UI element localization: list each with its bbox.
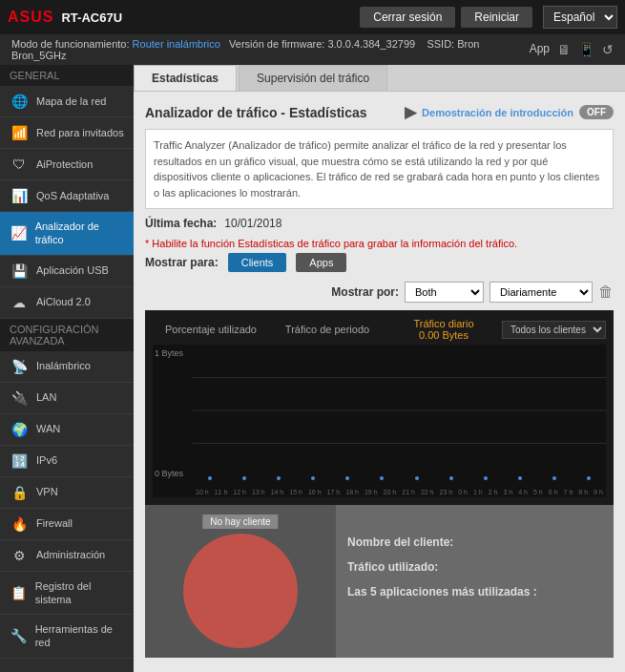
sidebar-item-guest-network[interactable]: 📶 Red para invitados — [0, 117, 134, 149]
no-client-label: No hay cliente — [202, 514, 278, 529]
usb-icon: 💾 — [10, 263, 29, 279]
sidebar-label-traffic-analyzer: Analizador de tráfico — [35, 220, 124, 247]
sidebar-label-ipv6: IPv6 — [36, 453, 57, 467]
delete-icon[interactable]: 🗑 — [598, 284, 614, 301]
info-bar-icons: App 🖥 📱 ↺ — [530, 42, 614, 57]
sidebar-item-usb-app[interactable]: 💾 Aplicación USB — [0, 256, 134, 287]
sidebar: General 🌐 Mapa de la red 📶 Red para invi… — [0, 65, 134, 672]
mobile-icon[interactable]: 📱 — [578, 42, 594, 57]
wireless-icon: 📡 — [10, 359, 29, 374]
chart-section: Porcentaje utilizado Tráfico de periodo … — [145, 310, 614, 505]
description-text: Traffic Analyzer (Analizador de tráfico)… — [145, 129, 614, 209]
clients-button[interactable]: Clients — [228, 253, 287, 272]
sidebar-item-qos[interactable]: 📊 QoS Adaptativa — [0, 180, 134, 212]
aiprotection-icon: 🛡 — [10, 157, 29, 172]
last-date-value: 10/01/2018 — [224, 217, 281, 230]
section-title-text: Analizador de tráfico - Estadísticas — [145, 105, 367, 120]
top-bar: ASUS RT-AC67U Cerrar sesión Reiniciar Es… — [0, 0, 625, 34]
main-layout: General 🌐 Mapa de la red 📶 Red para invi… — [0, 65, 625, 672]
controls-row: Mostrar para: Clients Apps Mostrar por: … — [145, 253, 614, 303]
section-title-row: Analizador de tráfico - Estadísticas ▶ D… — [145, 103, 614, 121]
sidebar-label-usb-app: Aplicación USB — [36, 263, 109, 277]
monitor-icon[interactable]: 🖥 — [557, 42, 571, 57]
sidebar-item-lan[interactable]: 🔌 LAN — [0, 383, 134, 414]
sidebar-label-network-map: Mapa de la red — [36, 94, 106, 108]
chart-x-labels: 10 h 11 h 12 h 13 h 14 h 15 h 16 h 17 h … — [193, 489, 606, 495]
traffic-icon: 📈 — [10, 225, 28, 241]
general-section-label: General — [0, 65, 134, 86]
sidebar-label-wan: WAN — [36, 422, 60, 435]
advanced-section-label: Configuración avanzada — [0, 319, 134, 351]
aicloud-icon: ☁ — [10, 295, 29, 310]
mode-link[interactable]: Router inalámbrico — [133, 38, 220, 50]
vpn-icon: 🔒 — [10, 485, 29, 500]
sidebar-label-admin: Administración — [36, 548, 105, 561]
play-icon: ▶ — [405, 103, 416, 121]
pie-container: No hay cliente — [145, 505, 336, 658]
sidebar-item-vpn[interactable]: 🔒 VPN — [0, 477, 134, 509]
mode-info: Modo de funcionamiento: Router inalámbri… — [11, 38, 530, 61]
sidebar-item-admin[interactable]: ⚙ Administración — [0, 540, 134, 572]
col-daily: Tráfico diario — [413, 318, 473, 329]
toggle-switch[interactable]: OFF — [579, 105, 614, 119]
sidebar-label-lan: LAN — [36, 390, 56, 404]
chart-body: 1 Bytes 0 Bytes 10 h 11 h 12 h 13 h — [153, 345, 606, 497]
lan-icon: 🔌 — [10, 390, 29, 406]
sidebar-item-wan[interactable]: 🌍 WAN — [0, 414, 134, 446]
sidebar-label-vpn: VPN — [36, 485, 58, 498]
sidebar-item-wireless[interactable]: 📡 Inalámbrico — [0, 351, 134, 383]
show-by-select[interactable]: Both Download Upload — [405, 282, 484, 303]
svg-point-3 — [183, 534, 298, 648]
language-select[interactable]: Español English — [543, 6, 617, 29]
app-icon[interactable]: App — [530, 42, 550, 57]
sidebar-label-wireless: Inalámbrico — [36, 359, 91, 372]
logout-button[interactable]: Cerrar sesión — [360, 7, 455, 28]
pie-chart-svg — [164, 514, 317, 648]
sidebar-label-firewall: Firewall — [36, 516, 73, 530]
sidebar-item-aicloud[interactable]: ☁ AiCloud 2.0 — [0, 287, 134, 319]
daily-value: 0.00 Bytes — [419, 329, 469, 341]
sidebar-item-traffic-analyzer[interactable]: 📈 Analizador de tráfico — [0, 212, 134, 256]
tab-bar: Estadísticas Supervisión del tráfico — [134, 65, 625, 92]
sidebar-label-network-tools: Herramientas de red — [35, 622, 124, 650]
warning-text[interactable]: * Habilite la función Estadísticas de tr… — [145, 238, 517, 249]
content-inner: Analizador de tráfico - Estadísticas ▶ D… — [134, 92, 625, 669]
asus-logo: ASUS — [8, 9, 53, 26]
apps-button[interactable]: Apps — [296, 253, 346, 272]
sidebar-item-ipv6[interactable]: 🔢 IPv6 — [0, 446, 134, 477]
refresh-icon[interactable]: ↺ — [602, 42, 614, 57]
col-percentage: Porcentaje utilizado — [153, 324, 269, 335]
traffic-used-label: Tráfico utilizado: — [347, 560, 602, 574]
sidebar-label-aiprotection: AiProtection — [36, 158, 93, 171]
info-bar: Modo de funcionamiento: Router inalámbri… — [0, 34, 625, 65]
sidebar-label-aicloud: AiCloud 2.0 — [36, 295, 91, 308]
sidebar-item-network-tools[interactable]: 🔧 Herramientas de red — [0, 615, 134, 659]
sidebar-label-syslog: Registro del sistema — [35, 579, 124, 607]
top5-label: Las 5 aplicaciones más utilizadas : — [347, 585, 602, 598]
show-for-label: Mostrar para: — [145, 256, 219, 269]
date-row: Última fecha: 10/01/2018 * Habilite la f… — [145, 217, 614, 249]
tab-estadisticas[interactable]: Estadísticas — [134, 65, 237, 91]
client-name-label: Nombre del cliente: — [347, 536, 602, 549]
sidebar-item-syslog[interactable]: 📋 Registro del sistema — [0, 572, 134, 616]
chart-dots — [193, 476, 606, 480]
last-date-label: Última fecha: — [145, 217, 217, 230]
sidebar-item-network-map[interactable]: 🌐 Mapa de la red — [0, 86, 134, 117]
chart-header: Porcentaje utilizado Tráfico de periodo … — [153, 318, 606, 341]
pie-section: No hay cliente Nombre del cliente: Tráfi… — [145, 505, 614, 658]
period-select[interactable]: Diariamente Semanalmente Mensualmente — [490, 282, 593, 303]
col-period: Tráfico de periodo — [269, 324, 385, 335]
sidebar-item-firewall[interactable]: 🔥 Firewall — [0, 509, 134, 540]
intro-demo-label[interactable]: Demostración de introducción — [422, 107, 573, 118]
client-select[interactable]: Todos los clientes — [502, 321, 606, 339]
restart-button[interactable]: Reiniciar — [461, 7, 532, 28]
tab-supervision[interactable]: Supervisión del tráfico — [239, 65, 387, 91]
sidebar-item-aiprotection[interactable]: 🛡 AiProtection — [0, 149, 134, 180]
sidebar-label-guest-network: Red para invitados — [36, 126, 124, 139]
qos-icon: 📊 — [10, 188, 29, 203]
sidebar-label-qos: QoS Adaptativa — [36, 189, 109, 202]
syslog-icon: 📋 — [10, 585, 28, 600]
content-area: Estadísticas Supervisión del tráfico Ana… — [134, 65, 625, 672]
chart-y-bottom: 0 Bytes — [155, 469, 183, 478]
network-map-icon: 🌐 — [10, 94, 29, 109]
